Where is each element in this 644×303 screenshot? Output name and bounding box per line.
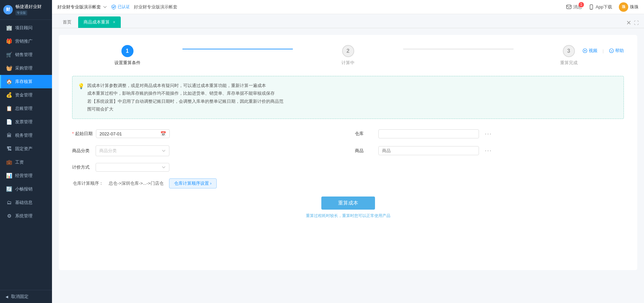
inventory-icon: 🏠 [6, 78, 12, 85]
sidebar-item-finance[interactable]: 💰 资金管理 [0, 88, 52, 102]
maximize-button[interactable]: ⛶ [634, 20, 639, 26]
stepper: 1 设置重算条件 2 计算中 3 重算完成 [72, 45, 624, 66]
avatar: 珠 [619, 2, 628, 12]
sidebar-navigation: 🏢 项目顾问 🎁 营销推广 🛒 销售管理 🧺 采购管理 🏠 库存核算 💰 资金管… [0, 20, 52, 290]
svg-rect-0 [567, 5, 571, 9]
step-3-label: 重算完成 [560, 60, 578, 66]
sidebar-item-invoice[interactable]: 📄 发票管理 [0, 115, 52, 129]
sidebar-unpin-button[interactable]: ◄ 取消固定 [0, 290, 52, 303]
help-label: 帮助 [615, 48, 624, 54]
form-row-1: 起始日期 📅 仓库 ··· [72, 129, 624, 139]
warehouse-field: 仓库 ··· [355, 129, 624, 139]
step-1-circle: 1 [121, 45, 133, 57]
calendar-icon[interactable]: 📅 [160, 131, 166, 136]
step-3-circle: 3 [563, 45, 575, 57]
sidebar-item-operation[interactable]: 📊 经营管理 [0, 169, 52, 182]
price-method-select[interactable] [96, 163, 169, 172]
username-label: 珠珠 [630, 4, 639, 10]
start-date-input[interactable] [100, 131, 160, 136]
product-input[interactable] [382, 148, 475, 153]
dropdown-icon [103, 5, 107, 9]
warehouse-more-button[interactable]: ··· [482, 129, 495, 139]
warehouse-order-value: 总仓->深圳仓库->...->门店仓 [109, 180, 164, 186]
svg-point-2 [591, 8, 592, 9]
tab-close-button[interactable]: × [113, 20, 115, 25]
sidebar-item-salary[interactable]: 💼 工资 [0, 156, 52, 169]
category-chevron-icon [162, 149, 166, 153]
video-label: 视频 [589, 48, 597, 54]
operation-icon: 📊 [6, 172, 12, 179]
unpin-label: 取消固定 [11, 294, 29, 300]
sidebar-item-system[interactable]: ⚙ 系统管理 [0, 209, 52, 223]
page-content: 1 设置重算条件 2 计算中 3 重算完成 [52, 28, 644, 303]
user-avatar-button[interactable]: 珠 珠珠 [619, 2, 639, 12]
phone-icon [589, 4, 594, 10]
system-icon: ⚙ [6, 213, 12, 219]
marketing-icon: 🎁 [6, 38, 12, 45]
help-button[interactable]: ? 帮助 [609, 48, 624, 54]
product-label: 商品 [355, 148, 375, 154]
warehouse-order-row: 仓库计算顺序： 总仓->深圳仓库->...->门店仓 仓库计算顺序设置 › [72, 178, 624, 188]
sidebar-item-purchase[interactable]: 🧺 采购管理 [0, 61, 52, 75]
company-selector-label: 好业财专业版演示帐套 [57, 4, 101, 10]
start-date-label: 起始日期 [72, 131, 93, 137]
purchase-icon: 🧺 [6, 65, 12, 72]
logo-title: 畅捷通好业财 [15, 4, 42, 10]
step-2-circle: 2 [342, 45, 354, 57]
finance-icon: 💰 [6, 92, 12, 98]
app-download-button[interactable]: App下载 [589, 4, 612, 10]
warehouse-label: 仓库 [355, 131, 375, 137]
verified-text: 已认证 [118, 4, 130, 10]
report-icon: 🔄 [6, 186, 12, 192]
tab-home[interactable]: 首页 [57, 16, 77, 28]
salary-icon: 💼 [6, 159, 12, 166]
tab-cost-recalc[interactable]: 商品成本重算 × [78, 16, 121, 28]
tabs-bar: 首页 商品成本重算 × ✕ ⛶ [52, 14, 644, 28]
logo-icon: 财 [3, 5, 13, 14]
info-icon: 💡 [78, 82, 85, 91]
tax-icon: 🏛 [6, 132, 12, 139]
step-line-2 [403, 49, 514, 49]
video-button[interactable]: 视频 [583, 48, 597, 54]
sidebar-logo: 财 畅捷通好业财 专业版 [0, 0, 52, 20]
sidebar-item-report[interactable]: 🔄 小畅报销 [0, 182, 52, 196]
product-more-button[interactable]: ··· [482, 146, 495, 156]
sidebar-item-marketing[interactable]: 🎁 营销推广 [0, 35, 52, 48]
submit-button[interactable]: 重算成本 [321, 197, 375, 210]
help-icon: ? [609, 48, 614, 53]
topbar-right: 消息 1 App下载 珠 珠珠 [566, 2, 639, 12]
message-button[interactable]: 消息 1 [566, 4, 582, 10]
company-selector[interactable]: 好业财专业版演示帐套 [57, 4, 107, 10]
sidebar-item-project[interactable]: 🏢 项目顾问 [0, 21, 52, 35]
tabs-actions: ✕ ⛶ [626, 19, 639, 28]
sidebar: 财 畅捷通好业财 专业版 🏢 项目顾问 🎁 营销推广 🛒 销售管理 🧺 采购管理… [0, 0, 52, 303]
category-field: 商品分类 商品分类 [72, 145, 341, 156]
main-content: 好业财专业版演示帐套 已认证 好业财专业版演示帐套 消息 1 App下载 珠 [52, 0, 644, 303]
warehouse-order-settings-button[interactable]: 仓库计算顺序设置 › [169, 178, 217, 188]
category-select[interactable]: 商品分类 [96, 145, 169, 156]
start-date-input-wrapper[interactable]: 📅 [96, 129, 170, 138]
warehouse-input[interactable] [382, 131, 475, 136]
form-section: 起始日期 📅 仓库 ··· [72, 129, 624, 188]
sidebar-item-basic[interactable]: 🗂 基础信息 [0, 196, 52, 209]
sidebar-item-inventory[interactable]: 🏠 库存核算 [0, 75, 52, 88]
step-line-1 [182, 49, 293, 49]
price-method-label: 计价方式 [72, 164, 92, 170]
play-icon [583, 48, 587, 53]
close-window-button[interactable]: ✕ [626, 19, 631, 27]
project-icon: 🏢 [6, 25, 12, 31]
logo-subtitle: 专业版 [15, 10, 27, 15]
form-row-2: 商品分类 商品分类 商品 ··· [72, 145, 624, 156]
sidebar-item-tax[interactable]: 🏛 税务管理 [0, 129, 52, 142]
sidebar-item-assets[interactable]: 🏗 固定资产 [0, 142, 52, 156]
step-1: 1 设置重算条件 [72, 45, 182, 66]
step-2-label: 计算中 [341, 60, 355, 66]
shield-icon [111, 4, 116, 10]
sidebar-item-sales[interactable]: 🛒 销售管理 [0, 48, 52, 61]
sidebar-item-accounting[interactable]: 📋 总账管理 [0, 102, 52, 115]
topbar-left: 好业财专业版演示帐套 已认证 好业财专业版演示帐套 [57, 4, 177, 10]
info-box: 💡 因成本计算参数调整，或是对商品成本有疑问时，可以通过成本重算功能，重新计算一… [72, 76, 624, 119]
step-2: 2 计算中 [293, 45, 403, 66]
accounting-icon: 📋 [6, 105, 12, 112]
stepper-actions: 视频 | ? 帮助 [583, 48, 624, 54]
